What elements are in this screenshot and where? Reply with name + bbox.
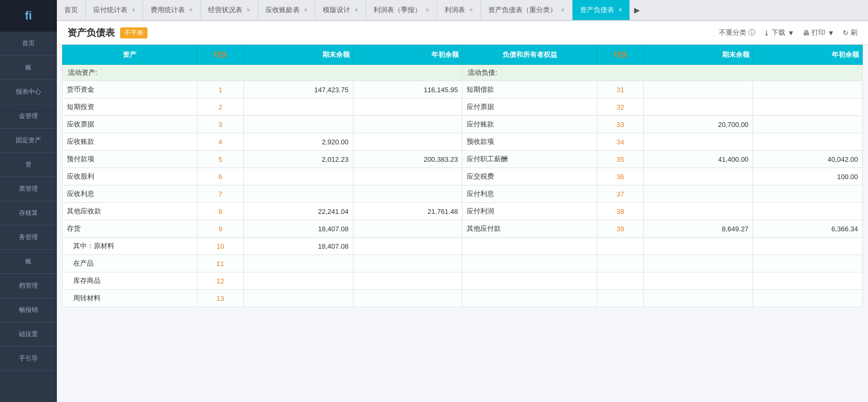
print-btn[interactable]: 🖶 打印 ▼ — [803, 28, 834, 37]
start-balance2-cell[interactable] — [753, 185, 863, 203]
start-balance-cell[interactable] — [353, 99, 462, 116]
end-balance-cell[interactable]: 22,241.04 — [243, 203, 353, 220]
start-balance-cell[interactable] — [353, 116, 462, 133]
start-balance2-cell[interactable] — [753, 290, 863, 307]
end-balance2-cell[interactable]: 8,649.27 — [644, 220, 753, 238]
liability-cell[interactable] — [462, 238, 597, 255]
sidebar-item-fixed-assets[interactable]: 固定资产 — [0, 129, 57, 153]
sidebar-item-invoice[interactable]: 票管理 — [0, 177, 57, 201]
tab-payable-stats-close[interactable]: × — [132, 6, 135, 14]
no-reclassify-btn[interactable]: 不重分类 ⓘ — [719, 28, 755, 37]
sidebar-item-archive[interactable]: 档管理 — [0, 274, 57, 298]
tab-template-design[interactable]: 模版设计 × — [315, 0, 366, 20]
start-balance2-cell[interactable]: 6,366.34 — [753, 220, 863, 238]
liability-cell[interactable]: 应交税费 — [462, 168, 597, 185]
end-balance-cell[interactable] — [243, 185, 353, 203]
start-balance-cell[interactable] — [353, 290, 462, 307]
asset-cell[interactable]: 在产品 — [63, 255, 198, 272]
end-balance2-cell[interactable] — [644, 238, 753, 255]
end-balance-cell[interactable]: 147,423.75 — [243, 81, 353, 99]
tab-profit[interactable]: 利润表 × — [437, 0, 481, 20]
end-balance2-cell[interactable]: 41,400.00 — [644, 151, 753, 168]
start-balance-cell[interactable] — [353, 168, 462, 185]
asset-cell[interactable]: 库存商品 — [63, 272, 198, 290]
end-balance2-cell[interactable] — [644, 290, 753, 307]
asset-cell[interactable]: 其他应收款 — [63, 203, 198, 220]
end-balance-cell[interactable]: 2,012.23 — [243, 151, 353, 168]
sidebar-item-account[interactable]: 账 — [0, 56, 57, 80]
end-balance2-cell[interactable] — [644, 168, 753, 185]
start-balance-cell[interactable] — [353, 255, 462, 272]
tab-balance-reclassify[interactable]: 资产负债表（重分类） × — [481, 0, 573, 20]
end-balance-cell[interactable]: 2,920.00 — [243, 133, 353, 151]
start-balance2-cell[interactable] — [753, 255, 863, 272]
end-balance-cell[interactable] — [243, 272, 353, 290]
sidebar-item-expense[interactable]: 畅报销 — [0, 298, 57, 322]
sidebar-item-inventory[interactable]: 存核算 — [0, 201, 57, 225]
liability-cell[interactable] — [462, 290, 597, 307]
liability-cell[interactable] — [462, 272, 597, 290]
start-balance2-cell[interactable]: 40,042.00 — [753, 151, 863, 168]
tab-profit-quarterly-close[interactable]: × — [426, 6, 429, 14]
liability-cell[interactable]: 其他应付款 — [462, 220, 597, 238]
tab-scroll-right[interactable]: ▶ — [630, 1, 644, 19]
tab-receivable-aging[interactable]: 应收账龄表 × — [258, 0, 315, 20]
start-balance-cell[interactable] — [353, 238, 462, 255]
liability-cell[interactable]: 应付账款 — [462, 116, 597, 133]
asset-cell[interactable]: 货币资金 — [63, 81, 198, 99]
sidebar-item-tax[interactable]: 务管理 — [0, 225, 57, 250]
start-balance2-cell[interactable] — [753, 81, 863, 99]
start-balance2-cell[interactable] — [753, 272, 863, 290]
end-balance-cell[interactable] — [243, 290, 353, 307]
start-balance2-cell[interactable] — [753, 238, 863, 255]
asset-cell[interactable]: 存货 — [63, 220, 198, 238]
start-balance-cell[interactable]: 200,383.23 — [353, 151, 462, 168]
end-balance2-cell[interactable] — [644, 255, 753, 272]
start-balance2-cell[interactable] — [753, 133, 863, 151]
asset-cell[interactable]: 应收股利 — [63, 168, 198, 185]
end-balance-cell[interactable] — [243, 99, 353, 116]
end-balance2-cell[interactable] — [644, 99, 753, 116]
start-balance-cell[interactable] — [353, 220, 462, 238]
start-balance-cell[interactable] — [353, 272, 462, 290]
sidebar-item-finance[interactable]: 金管理 — [0, 104, 57, 129]
start-balance-cell[interactable] — [353, 185, 462, 203]
end-balance-cell[interactable]: 18,407.08 — [243, 238, 353, 255]
tab-balance-sheet-close[interactable]: × — [618, 6, 622, 14]
start-balance2-cell[interactable] — [753, 203, 863, 220]
start-balance-cell[interactable]: 116,145.95 — [353, 81, 462, 99]
start-balance-cell[interactable] — [353, 133, 462, 151]
asset-cell[interactable]: 短期投资 — [63, 99, 198, 116]
start-balance2-cell[interactable] — [753, 99, 863, 116]
tab-home[interactable]: 首页 — [57, 0, 86, 20]
start-balance-cell[interactable]: 21,761.48 — [353, 203, 462, 220]
tab-profit-close[interactable]: × — [469, 6, 473, 14]
liability-cell[interactable]: 应付利息 — [462, 185, 597, 203]
start-balance2-cell[interactable] — [753, 116, 863, 133]
sidebar-item-reports[interactable]: 报表中心 — [0, 80, 57, 104]
end-balance2-cell[interactable] — [644, 81, 753, 99]
asset-cell[interactable]: 应收账款 — [63, 133, 198, 151]
tab-template-design-close[interactable]: × — [354, 6, 358, 14]
sidebar-item-investment[interactable]: 资 — [0, 153, 57, 177]
sidebar-item-ledger[interactable]: 账 — [0, 250, 57, 274]
liability-cell[interactable]: 预收款项 — [462, 133, 597, 151]
tab-payable-stats[interactable]: 应付统计表 × — [86, 0, 143, 20]
tab-receivable-aging-close[interactable]: × — [304, 6, 308, 14]
tab-operations[interactable]: 经营状况表 × — [201, 0, 258, 20]
end-balance-cell[interactable] — [243, 168, 353, 185]
tab-expense-stats-close[interactable]: × — [189, 6, 193, 14]
asset-cell[interactable]: 周转材料 — [63, 290, 198, 307]
refresh-btn[interactable]: ↻ 刷 — [843, 28, 857, 37]
sidebar-item-guide[interactable]: 手引导 — [0, 347, 57, 371]
end-balance2-cell[interactable] — [644, 133, 753, 151]
end-balance-cell[interactable]: 18,407.08 — [243, 220, 353, 238]
asset-cell[interactable]: 应收票据 — [63, 116, 198, 133]
sidebar-item-settings[interactable]: 础设置 — [0, 322, 57, 347]
tab-balance-sheet[interactable]: 资产负债表 × — [573, 0, 630, 20]
asset-cell[interactable]: 预付款项 — [63, 151, 198, 168]
liability-cell[interactable]: 应付职工薪酬 — [462, 151, 597, 168]
tab-balance-reclassify-close[interactable]: × — [561, 6, 565, 14]
end-balance2-cell[interactable]: 20,700.00 — [644, 116, 753, 133]
end-balance2-cell[interactable] — [644, 185, 753, 203]
